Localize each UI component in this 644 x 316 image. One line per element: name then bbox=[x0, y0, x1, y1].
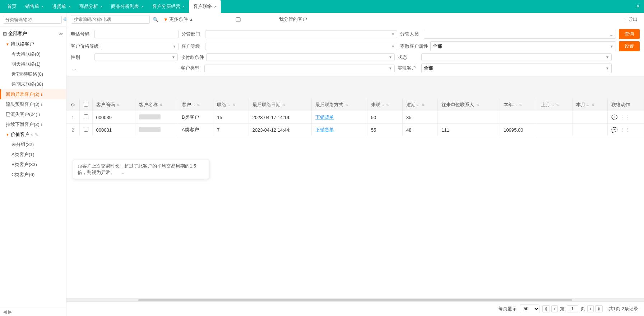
nav-analysis-list-close[interactable]: × bbox=[141, 4, 143, 9]
nav-item-analysis[interactable]: 商品分析 × bbox=[75, 0, 107, 13]
more-conditions-btn[interactable]: ▼ 更多条件 ▲ bbox=[161, 15, 196, 24]
th-tmonth-sort[interactable]: ⇅ bbox=[592, 103, 594, 107]
table-horizontal-scrollbar[interactable] bbox=[66, 298, 644, 301]
row2-checkbox[interactable] bbox=[84, 127, 88, 132]
th-settings[interactable]: ⚙ bbox=[66, 99, 79, 111]
th-overdue-sort[interactable]: ⇅ bbox=[422, 103, 425, 107]
select-all-checkbox[interactable] bbox=[84, 102, 88, 107]
nav-item-purchase[interactable]: 进货单 × bbox=[48, 0, 75, 13]
scrollbar-thumb[interactable] bbox=[138, 299, 572, 301]
sidebar-group-pending-label[interactable]: ▼ 待联络客户 bbox=[3, 39, 66, 49]
sidebar-item-today[interactable]: 今天待联络(0) bbox=[3, 49, 66, 59]
th-lmonth-sort[interactable]: ⇅ bbox=[556, 103, 559, 107]
row1-method-link[interactable]: 下销货单 bbox=[315, 114, 334, 120]
search-input[interactable] bbox=[71, 15, 150, 24]
filter-person-select[interactable]: ... bbox=[424, 30, 616, 39]
tooltip-dots[interactable]: ... bbox=[119, 170, 126, 175]
th-date-sort[interactable]: ⇅ bbox=[282, 103, 285, 107]
page-first-btn[interactable]: ⟪ bbox=[542, 305, 550, 312]
page-next-btn[interactable]: › bbox=[587, 305, 594, 312]
query-button[interactable]: 查询 bbox=[619, 29, 640, 39]
th-code-sort[interactable]: ⇅ bbox=[117, 103, 120, 107]
nav-item-customer-contact[interactable]: 客户联络 × bbox=[189, 0, 221, 13]
th-actions-label: 联络动作 bbox=[611, 102, 630, 107]
th-last-contact-method: 最后联络方式 ⇅ bbox=[311, 99, 367, 111]
page-input[interactable] bbox=[567, 305, 578, 312]
filter-retail-attr-field: 零散客户属性 全部 ▼ bbox=[400, 41, 616, 51]
sidebar-root-all-customers[interactable]: ⊞ 全部客户 ≫ bbox=[0, 28, 66, 39]
sidebar-item-repurchase-abnormal[interactable]: 回购异常客户(2) ℹ bbox=[0, 89, 66, 99]
nav-item-customer-layered[interactable]: 客户分层经营 × bbox=[148, 0, 189, 13]
row2-name bbox=[135, 124, 178, 136]
nav-sales-close[interactable]: × bbox=[41, 4, 43, 9]
th-unit-sort[interactable]: ⇅ bbox=[476, 103, 479, 107]
th-checkbox[interactable] bbox=[79, 99, 92, 111]
sidebar-next-btn[interactable]: ▶ bbox=[8, 309, 12, 315]
row1-more-icon[interactable]: ⋮⋮ bbox=[620, 114, 630, 120]
filter-payment-select[interactable]: ▼ bbox=[206, 53, 395, 61]
row1-checkbox[interactable] bbox=[84, 114, 88, 119]
th-ctype-sort[interactable]: ⇅ bbox=[197, 103, 200, 107]
filter-price-select[interactable]: ▼ bbox=[101, 43, 179, 50]
sidebar-item-declining[interactable]: 持续下滑客户(2) ℹ bbox=[0, 119, 66, 129]
filter-status-select[interactable]: ▼ bbox=[421, 53, 612, 61]
th-unread-sort[interactable]: ⇅ bbox=[386, 103, 389, 107]
row2-more-icon[interactable]: ⋮⋮ bbox=[620, 127, 630, 133]
sidebar-item-ungrouped[interactable]: 未分组(32) bbox=[3, 140, 66, 150]
per-page-select[interactable]: 50 20 100 bbox=[520, 305, 539, 313]
sidebar-item-class-b[interactable]: B类客户(33) bbox=[3, 160, 66, 170]
declining-info-icon[interactable]: ℹ bbox=[41, 122, 42, 127]
nav-item-analysis-list[interactable]: 商品分析列表 × bbox=[107, 0, 148, 13]
loss-warning-info-icon[interactable]: ℹ bbox=[41, 102, 42, 107]
filter-retail-customer-select[interactable]: 全部 ▼ bbox=[421, 63, 612, 73]
my-customers-checkbox-label[interactable]: 我分管的客户 bbox=[199, 16, 307, 23]
export-button[interactable]: ↑ 导出 bbox=[623, 15, 640, 24]
my-customers-checkbox[interactable] bbox=[199, 17, 278, 22]
sidebar-prev-btn[interactable]: ◀ bbox=[3, 309, 7, 315]
value-group-settings-icon[interactable]: ✎ bbox=[35, 132, 38, 137]
lost-info-icon[interactable]: ℹ bbox=[39, 112, 40, 117]
th-year-sort[interactable]: ⇅ bbox=[519, 103, 522, 107]
sidebar-item-overdue[interactable]: 逾期未联络(30) bbox=[3, 79, 66, 89]
filter-dept-select[interactable]: ▼ bbox=[205, 30, 397, 38]
filter-more-dots[interactable]: ... bbox=[71, 66, 78, 71]
filter-person-field: 分管人员 ... bbox=[400, 30, 616, 39]
customer-table: ⚙ 客户编码 ⇅ 客户名称 ⇅ 客户... ⇅ bbox=[66, 99, 644, 136]
repurchase-info-icon[interactable]: ℹ bbox=[41, 92, 42, 97]
nav-close-all-button[interactable]: × bbox=[636, 3, 640, 10]
nav-customer-layered-close[interactable]: × bbox=[182, 4, 185, 9]
row2-method-link[interactable]: 下销货单 bbox=[315, 127, 334, 132]
sidebar-item-tomorrow[interactable]: 明天待联络(1) bbox=[3, 59, 66, 69]
sidebar-collapse-btn[interactable]: ≫ bbox=[59, 32, 63, 36]
sidebar-item-class-c[interactable]: C类客户(6) bbox=[3, 170, 66, 180]
row2-contact-icon[interactable]: 💬 bbox=[611, 127, 617, 133]
th-contact-sort[interactable]: ⇅ bbox=[232, 103, 235, 107]
th-method-sort[interactable]: ⇅ bbox=[345, 103, 348, 107]
sidebar-group-value-text: 价值客户 bbox=[11, 131, 29, 138]
nav-customer-contact-close[interactable]: × bbox=[214, 4, 216, 9]
filter-ctype-select[interactable]: ▼ bbox=[204, 65, 395, 72]
set-button[interactable]: 设置 bbox=[619, 41, 640, 51]
th-name-sort[interactable]: ⇅ bbox=[159, 103, 162, 107]
nav-item-sales[interactable]: 销售单 × bbox=[21, 0, 48, 13]
value-group-edit-icon[interactable]: ○ bbox=[31, 132, 33, 137]
sidebar-item-class-a[interactable]: A类客户(1) bbox=[3, 150, 66, 160]
nav-analysis-close[interactable]: × bbox=[100, 4, 102, 9]
row1-contact-icon[interactable]: 💬 bbox=[611, 114, 617, 120]
search-button[interactable]: 🔍 bbox=[153, 17, 158, 22]
sidebar-item-7days[interactable]: 近7天待联络(0) bbox=[3, 69, 66, 79]
nav-item-home[interactable]: 首页 bbox=[3, 0, 21, 13]
filter-customer-level-select[interactable]: ▼ bbox=[205, 43, 397, 50]
chevron-up-icon: ▲ bbox=[189, 17, 194, 22]
page-last-btn[interactable]: ⟫ bbox=[595, 305, 603, 312]
page-prev-btn[interactable]: ‹ bbox=[551, 305, 558, 312]
nav-purchase-close[interactable]: × bbox=[68, 4, 70, 9]
filter-gender-select[interactable]: ▼ bbox=[94, 53, 178, 61]
sidebar-item-lost[interactable]: 已流失客户(24) ℹ bbox=[0, 109, 66, 119]
sidebar-item-loss-warning[interactable]: 流失预警客户(3) ℹ bbox=[0, 99, 66, 109]
filter-phone-input[interactable] bbox=[94, 30, 179, 38]
filter-retail-attr-select[interactable]: 全部 ▼ bbox=[430, 41, 616, 51]
sidebar-search-input[interactable] bbox=[3, 16, 62, 24]
sidebar-group-value-header[interactable]: ▼ 价值客户 ○ ✎ bbox=[3, 129, 66, 140]
nav-sales-label: 销售单 bbox=[25, 3, 39, 10]
